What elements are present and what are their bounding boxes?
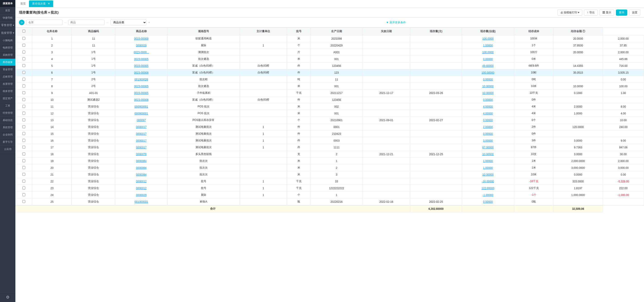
table-cell[interactable]: 000900001	[115, 103, 167, 110]
table-cell[interactable]: -16.00000	[462, 178, 514, 185]
table-cell[interactable]: 0023-00005	[115, 63, 167, 69]
table-cell[interactable]: 0000084	[115, 158, 167, 165]
settings-icon[interactable]: ⚙	[0, 292, 16, 302]
sidebar-item-inventory[interactable]: 库存核算	[0, 59, 16, 66]
settings-button[interactable]: 设置	[629, 10, 640, 16]
table-cell[interactable]: 000097	[115, 117, 167, 124]
table-cell[interactable]: 0000017	[115, 144, 167, 151]
sidebar-item-collab[interactable]: 企业协同	[0, 131, 16, 138]
table-cell[interactable]: 10.00000	[462, 83, 514, 90]
sidebar-item-smallec[interactable]: 小脑电商	[0, 37, 16, 44]
table-cell[interactable]: 0023-00005	[115, 83, 167, 90]
row-checkbox[interactable]	[22, 98, 25, 101]
table-cell[interactable]: 0023-0000...	[115, 49, 167, 56]
row-checkbox-cell[interactable]	[16, 76, 32, 83]
table-cell[interactable]: 100.00000	[462, 69, 514, 76]
table-cell[interactable]: 2.00000	[462, 124, 514, 130]
row-checkbox[interactable]	[22, 173, 25, 176]
row-checkbox[interactable]	[22, 132, 25, 135]
row-checkbox[interactable]	[22, 200, 25, 203]
table-cell[interactable]: -1.00000	[462, 192, 514, 199]
select-all-checkbox[interactable]	[22, 30, 25, 33]
row-checkbox-cell[interactable]	[16, 151, 32, 158]
sidebar-item-retail[interactable]: 零售管理 ▾	[0, 22, 16, 29]
row-checkbox[interactable]	[22, 105, 25, 108]
row-checkbox-cell[interactable]	[16, 103, 32, 110]
sidebar-item-bizmgmt[interactable]: 经营管理	[0, 109, 16, 117]
row-checkbox[interactable]	[22, 37, 25, 40]
table-cell[interactable]: 0.00000	[462, 130, 514, 137]
row-checkbox-cell[interactable]	[16, 117, 32, 124]
table-cell[interactable]: 0023-00005	[115, 56, 167, 63]
expand-filter-button[interactable]: ▼ 展开更多条件	[386, 21, 406, 25]
row-checkbox-cell[interactable]	[16, 178, 32, 185]
row-checkbox-cell[interactable]	[16, 192, 32, 199]
row-checkbox[interactable]	[22, 193, 25, 196]
sidebar-logo[interactable]: 搜索菜单	[0, 0, 16, 7]
sidebar-item-baseinfo[interactable]: 基础信息	[0, 117, 16, 124]
table-cell[interactable]: 0023-00008	[115, 69, 167, 76]
row-checkbox[interactable]	[22, 112, 25, 115]
row-checkbox-cell[interactable]	[16, 124, 32, 130]
row-checkbox[interactable]	[22, 153, 25, 156]
sidebar-item-finance[interactable]: 资金管理	[0, 66, 16, 73]
category-select[interactable]: 商品分类	[110, 20, 146, 25]
sidebar-item-cloud[interactable]: 云应用	[0, 146, 16, 153]
row-checkbox[interactable]	[22, 64, 25, 67]
sidebar-item-invoice[interactable]: 发票管理	[0, 80, 16, 88]
sidebar-item-sysmgmt[interactable]: 系统管理	[0, 124, 16, 131]
export-button[interactable]: ↑ 导出	[584, 10, 598, 16]
row-checkbox[interactable]	[22, 180, 25, 183]
row-checkbox-cell[interactable]	[16, 49, 32, 56]
row-checkbox[interactable]	[22, 159, 25, 162]
sidebar-item-purchase[interactable]: 采购管理	[0, 51, 16, 59]
sidebar-item-quicknav[interactable]: 快捷导航	[0, 14, 16, 22]
table-cell[interactable]: 0.00000	[462, 199, 514, 206]
table-cell[interactable]: 0000029	[115, 192, 167, 199]
table-cell[interactable]: 4.00000	[462, 110, 514, 117]
row-checkbox-cell[interactable]	[16, 42, 32, 49]
table-cell[interactable]: 0000012	[115, 185, 167, 192]
row-checkbox-cell[interactable]	[16, 90, 32, 96]
tab-close-icon[interactable]: ✕	[48, 2, 50, 5]
table-cell[interactable]: 0.00000	[462, 76, 514, 83]
row-checkbox-cell[interactable]	[16, 158, 32, 165]
display-button[interactable]: ☰ 显示	[600, 10, 614, 16]
table-cell[interactable]: 0000029	[115, 42, 167, 49]
print-button[interactable]: 🖨 按模板打印 ▾	[557, 10, 582, 16]
table-cell[interactable]: 1.00000	[462, 42, 514, 49]
table-cell[interactable]: 1.00000	[462, 165, 514, 171]
sidebar-item-assets[interactable]: 固定资产	[0, 95, 16, 102]
row-checkbox-cell[interactable]	[16, 199, 32, 206]
sidebar-item-tax[interactable]: 税务管理	[0, 88, 16, 95]
sidebar-item-home[interactable]: 首页	[0, 7, 16, 14]
table-cell[interactable]: 0000084	[115, 165, 167, 171]
table-cell[interactable]: 0.00000	[462, 117, 514, 124]
sidebar-item-payroll[interactable]: 工资	[0, 102, 16, 109]
filter-arrow-button[interactable]: >	[19, 20, 24, 25]
table-cell[interactable]: 000900001	[115, 110, 167, 117]
row-checkbox[interactable]	[22, 187, 25, 189]
sidebar-item-wholesale[interactable]: 批发管理 ▾	[0, 29, 16, 37]
table-cell[interactable]: 1.00000	[462, 158, 514, 165]
row-checkbox[interactable]	[22, 57, 25, 60]
row-checkbox-cell[interactable]	[16, 165, 32, 171]
sidebar-item-ecmgmt[interactable]: 电商管理	[0, 44, 16, 51]
query-button[interactable]: 查询	[616, 10, 627, 16]
table-cell[interactable]: 0000084	[115, 171, 167, 178]
table-cell[interactable]: 0023-00009	[115, 35, 167, 42]
table-cell[interactable]: 0000078	[115, 151, 167, 158]
row-checkbox[interactable]	[22, 139, 25, 142]
table-cell[interactable]: 0000017	[115, 137, 167, 144]
sidebar-item-newguide[interactable]: 新手引导	[0, 138, 16, 146]
row-checkbox[interactable]	[22, 51, 25, 54]
row-checkbox-cell[interactable]	[16, 185, 32, 192]
row-checkbox[interactable]	[22, 91, 25, 94]
sidebar-item-ledger[interactable]: 总账管理	[0, 73, 16, 80]
row-checkbox[interactable]	[22, 146, 25, 149]
row-checkbox-cell[interactable]	[16, 110, 32, 117]
table-cell[interactable]: 0.00000	[462, 96, 514, 103]
table-cell[interactable]: 001000026	[115, 76, 167, 83]
table-cell[interactable]: 100.0000	[462, 35, 514, 42]
table-cell[interactable]: 0023-00008	[115, 96, 167, 103]
